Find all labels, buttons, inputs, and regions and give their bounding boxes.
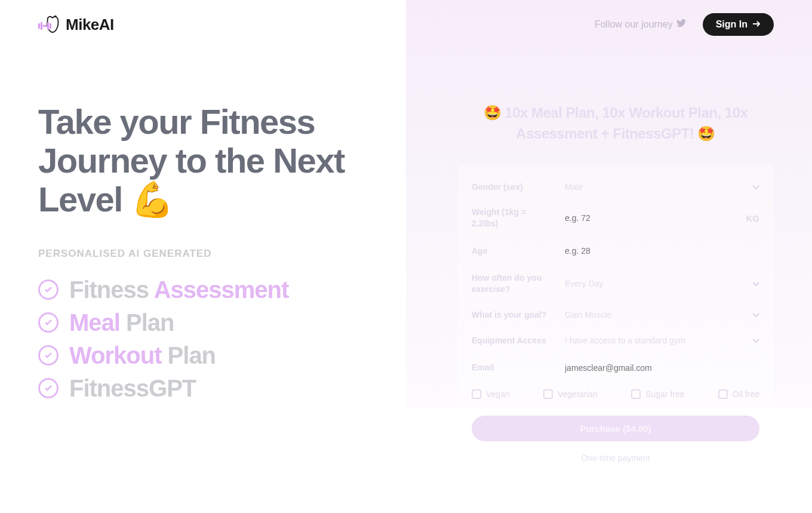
svg-rect-2 [43,25,47,27]
email-row: Email [472,361,759,375]
feature-accent: Workout [69,342,161,368]
hero-section: Take your Fitness Journey to the Next Le… [38,49,408,475]
svg-rect-0 [38,23,40,29]
weight-unit: KG [746,213,760,223]
exercise-select[interactable]: Every Day [565,279,759,288]
form-section: 🤩 10x Meal Plan, 10x Workout Plan, 10x A… [457,49,774,475]
goal-row: What is your goal? Gain Muscle [472,309,759,321]
gender-row: Gender (sex) Male [472,182,759,193]
checkbox-label: Vegetarian [558,389,598,399]
equipment-value: I have access to a standard gym [565,336,685,345]
feature-text: Plan [161,342,216,368]
follow-label: Follow our journey [595,19,673,30]
one-time-text: One-time payment [472,453,759,463]
checkbox-box [543,389,553,399]
svg-rect-3 [47,22,49,30]
feature-assessment: Fitness Assessment [38,277,408,303]
checkbox-label: Sugar free [645,389,684,399]
gender-select[interactable]: Male [565,182,759,192]
form-card: Gender (sex) Male Weight (1kg = 2.2lbs) … [457,165,774,475]
signin-button[interactable]: Sign In [703,13,774,36]
exercise-value: Every Day [565,279,604,288]
age-input[interactable] [565,244,759,258]
feature-text: Plan [120,309,174,336]
signin-label: Sign In [716,19,748,30]
svg-rect-1 [41,22,42,30]
hero-title: Take your Fitness Journey to the Next Le… [38,103,408,219]
svg-rect-4 [50,23,51,29]
age-row: Age [472,244,759,258]
goal-select[interactable]: Gain Muscle [565,310,759,320]
goal-label: What is your goal? [472,309,554,321]
feature-accent: Assessment [154,277,289,303]
header-actions: Follow our journey Sign In [595,13,774,36]
age-label: Age [472,245,554,257]
feature-meal: Meal Plan [38,309,408,336]
purchase-button[interactable]: Purchase ($4.99) [472,416,759,441]
checkbox-box [718,389,728,399]
feature-text: FitnessGPT [69,375,196,401]
exercise-label: How often do you exercise? [472,272,554,295]
apple-dumbbell-icon [38,16,61,33]
email-label: Email [472,362,554,373]
main-content: Take your Fitness Journey to the Next Le… [0,49,812,475]
checkbox-box [631,389,641,399]
check-icon [38,345,59,365]
weight-row: Weight (1kg = 2.2lbs) KG [472,207,759,229]
checkbox-oilfree[interactable]: Oil free [718,389,759,399]
follow-journey-link[interactable]: Follow our journey [595,19,686,30]
checkbox-vegan[interactable]: Vegan [472,389,510,399]
chevron-down-icon [752,310,759,320]
features-list: Fitness Assessment Meal Plan Workout Pla… [38,277,408,402]
chevron-down-icon [752,182,759,192]
weight-label: Weight (1kg = 2.2lbs) [472,207,554,229]
gender-value: Male [565,182,583,192]
gender-label: Gender (sex) [472,182,554,193]
checkbox-vegetarian[interactable]: Vegetarian [543,389,598,399]
chevron-down-icon [752,279,759,288]
equipment-select[interactable]: I have access to a standard gym [565,336,759,345]
checkbox-sugarfree[interactable]: Sugar free [631,389,684,399]
checkbox-label: Oil free [733,389,759,399]
checkbox-box [472,389,481,399]
feature-accent: Meal [69,309,120,336]
arrow-right-icon [752,19,761,30]
form-title: 🤩 10x Meal Plan, 10x Workout Plan, 10x A… [457,103,774,145]
hero-subtitle: PERSONALISED AI GENERATED [38,248,408,260]
logo[interactable]: MikeAI [38,16,114,34]
check-icon [38,312,59,333]
equipment-label: Equipment Access [472,335,554,346]
exercise-row: How often do you exercise? Every Day [472,272,759,295]
feature-workout: Workout Plan [38,342,408,369]
check-icon [38,279,59,300]
checkbox-label: Vegan [486,389,510,399]
check-icon [38,378,59,398]
chevron-down-icon [752,336,759,345]
email-input[interactable] [565,361,759,375]
dietary-checkboxes: Vegan Vegetarian Sugar free Oil free [472,389,759,399]
weight-input[interactable] [565,211,736,225]
equipment-row: Equipment Access I have access to a stan… [472,335,759,346]
header: MikeAI Follow our journey Sign In [0,0,812,49]
feature-text: Fitness [69,277,154,303]
twitter-icon [676,19,686,30]
feature-fitnessgpt: FitnessGPT [38,375,408,402]
logo-text: MikeAI [66,16,114,34]
goal-value: Gain Muscle [565,310,611,320]
